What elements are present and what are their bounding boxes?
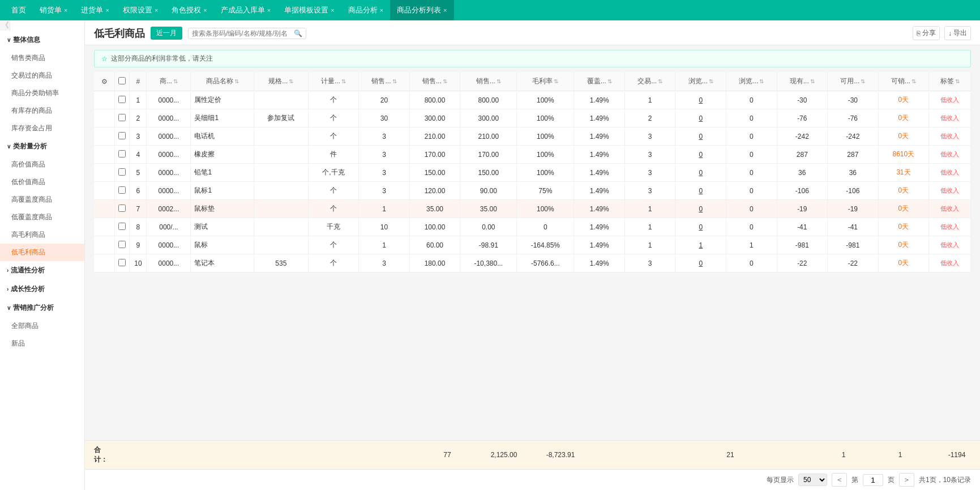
prev-page-button[interactable]: ＜ xyxy=(832,473,847,487)
row-checkbox[interactable] xyxy=(118,223,126,230)
browse1-col-header[interactable]: 浏览...⇅ xyxy=(675,72,726,91)
browse2-col-header[interactable]: 浏览...⇅ xyxy=(726,72,777,91)
trade-col-header[interactable]: 交易...⇅ xyxy=(624,72,675,91)
sales-amount-col-header[interactable]: 销售...⇅ xyxy=(460,72,517,91)
filter-recent-month[interactable]: 近一月 xyxy=(151,27,182,40)
row-browse1[interactable]: 0 xyxy=(675,254,726,272)
nav-product-in-close[interactable]: × xyxy=(267,7,271,14)
export-button[interactable]: ↓ 导出 xyxy=(944,26,971,40)
row-checkbox[interactable] xyxy=(118,150,126,157)
row-trade: 1 xyxy=(624,236,675,254)
row-browse1[interactable]: 0 xyxy=(675,109,726,127)
sidebar-collapse[interactable]: 《 xyxy=(0,20,10,31)
nav-product-analysis-close[interactable]: × xyxy=(380,7,383,14)
nav-template-close[interactable]: × xyxy=(331,7,334,14)
row-browse1[interactable]: 0 xyxy=(675,164,726,182)
row-checkbox-cell[interactable] xyxy=(115,127,130,146)
row-checkbox[interactable] xyxy=(118,114,126,121)
share-button[interactable]: ⎘ 分享 xyxy=(913,26,940,40)
sales-price-col-header[interactable]: 销售...⇅ xyxy=(409,72,460,91)
name-col-header[interactable]: 商品名称⇅ xyxy=(191,72,254,91)
sidebar-item-all-products[interactable]: 全部商品 xyxy=(0,317,84,335)
unit-col-header[interactable]: 计量...⇅ xyxy=(308,72,359,91)
row-checkbox[interactable] xyxy=(118,204,126,212)
row-browse1[interactable]: 0 xyxy=(675,218,726,236)
nav-purchase-close[interactable]: × xyxy=(105,7,109,14)
sidebar-item-low-value[interactable]: 低价值商品 xyxy=(0,173,84,191)
sidebar-group-marketing[interactable]: ∨ 营销推广分析 xyxy=(0,299,84,317)
row-checkbox[interactable] xyxy=(118,186,126,194)
sidebar-item-low-coverage[interactable]: 低覆盖度商品 xyxy=(0,208,84,226)
row-checkbox[interactable] xyxy=(118,132,126,139)
sidebar-item-category-rate[interactable]: 商品分类助销率 xyxy=(0,84,84,102)
code-col-header[interactable]: 商...⇅ xyxy=(147,72,191,91)
row-browse1[interactable]: 1 xyxy=(675,236,726,254)
sidebar-item-new-products[interactable]: 新品 xyxy=(0,335,84,352)
row-checkbox-cell[interactable] xyxy=(115,254,130,272)
page-number-input[interactable] xyxy=(863,474,883,486)
row-sales-amount: 90.00 xyxy=(460,182,517,200)
tag-col-header[interactable]: 标签⇅ xyxy=(929,72,971,91)
sidebar-item-high-coverage[interactable]: 高覆盖度商品 xyxy=(0,191,84,208)
row-checkbox-cell[interactable] xyxy=(115,109,130,127)
saleable-col-header[interactable]: 可销...⇅ xyxy=(878,72,929,91)
sidebar-group-overall[interactable]: ∨ 整体信息 xyxy=(0,31,84,49)
current-col-header[interactable]: 现有...⇅ xyxy=(777,72,828,91)
row-checkbox-cell[interactable] xyxy=(115,91,130,109)
nav-sales[interactable]: 销货单 × xyxy=(33,0,74,20)
sidebar-group-growth[interactable]: › 成长性分析 xyxy=(0,280,84,299)
sidebar-item-low-margin[interactable]: 低毛利商品 xyxy=(0,244,84,261)
available-col-header[interactable]: 可用...⇅ xyxy=(828,72,879,91)
row-checkbox[interactable] xyxy=(118,259,126,266)
row-browse1[interactable]: 0 xyxy=(675,182,726,200)
row-available: -981 xyxy=(828,236,879,254)
row-browse1[interactable]: 0 xyxy=(675,200,726,218)
cover-col-header[interactable]: 覆盖...⇅ xyxy=(574,72,625,91)
sidebar-group-flow[interactable]: › 流通性分析 xyxy=(0,261,84,280)
search-icon[interactable]: 🔍 xyxy=(294,29,302,37)
nav-purchase[interactable]: 进货单 × xyxy=(74,0,115,20)
row-browse1[interactable]: 0 xyxy=(675,91,726,109)
page-size-select[interactable]: 50 100 200 xyxy=(798,474,827,486)
row-checkbox[interactable] xyxy=(118,168,126,176)
sidebar-item-stock-capital[interactable]: 库存资金占用 xyxy=(0,120,84,137)
row-checkbox-cell[interactable] xyxy=(115,146,130,164)
search-input[interactable] xyxy=(192,29,294,37)
nav-product-analysis-list-close[interactable]: × xyxy=(443,7,447,14)
select-all-checkbox[interactable] xyxy=(118,77,126,84)
sidebar-item-high-margin[interactable]: 高毛利商品 xyxy=(0,226,84,244)
nav-role[interactable]: 角色授权 × xyxy=(165,0,213,20)
row-checkbox-cell[interactable] xyxy=(115,182,130,200)
sidebar-group-category[interactable]: ∨ 类射量分析 xyxy=(0,137,84,156)
gear-col-header[interactable]: ⚙ xyxy=(94,72,115,91)
nav-role-close[interactable]: × xyxy=(203,7,207,14)
row-checkbox[interactable] xyxy=(118,241,126,248)
nav-template[interactable]: 单据模板设置 × xyxy=(277,0,341,20)
row-browse1[interactable]: 0 xyxy=(675,146,726,164)
row-checkbox[interactable] xyxy=(118,96,126,103)
spec-col-header[interactable]: 规格...⇅ xyxy=(254,72,308,91)
nav-permission-close[interactable]: × xyxy=(155,7,158,14)
next-page-button[interactable]: ＞ xyxy=(899,473,914,487)
sidebar-item-traded-products[interactable]: 交易过的商品 xyxy=(0,67,84,84)
row-sales-price: 210.00 xyxy=(409,127,460,146)
row-checkbox-cell[interactable] xyxy=(115,200,130,218)
gross-rate-col-header[interactable]: 毛利率⇅ xyxy=(517,72,574,91)
sort-icon-saleable: ⇅ xyxy=(911,78,916,84)
nav-product-in[interactable]: 产成品入库单 × xyxy=(214,0,277,20)
sidebar-item-sales-products[interactable]: 销售类商品 xyxy=(0,49,84,67)
nav-permission[interactable]: 权限设置 × xyxy=(116,0,165,20)
row-browse1[interactable]: 0 xyxy=(675,127,726,146)
row-checkbox-cell[interactable] xyxy=(115,164,130,182)
share-icon: ⎘ xyxy=(917,29,921,37)
sales-qty-col-header[interactable]: 销售...⇅ xyxy=(359,72,410,91)
nav-product-analysis-list[interactable]: 商品分析列表 × xyxy=(390,0,453,20)
sidebar-item-high-value[interactable]: 高价值商品 xyxy=(0,156,84,173)
nav-sales-close[interactable]: × xyxy=(64,7,67,14)
row-checkbox-cell[interactable] xyxy=(115,218,130,236)
sidebar-item-stock-products[interactable]: 有库存的商品 xyxy=(0,102,84,120)
nav-product-analysis[interactable]: 商品分析 × xyxy=(341,0,390,20)
row-checkbox-cell[interactable] xyxy=(115,236,130,254)
nav-home[interactable]: 首页 xyxy=(5,0,33,20)
checkbox-col-header[interactable] xyxy=(115,72,130,91)
